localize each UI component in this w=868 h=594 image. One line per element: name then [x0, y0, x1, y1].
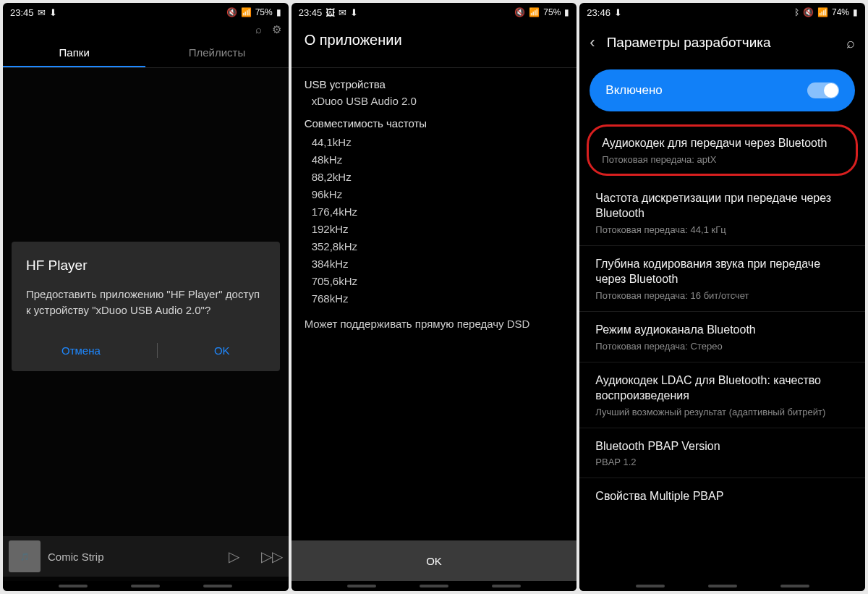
- battery-text: 75%: [255, 7, 273, 17]
- battery-text: 74%: [832, 7, 849, 17]
- dsd-note: Может поддерживать прямую передачу DSD: [305, 318, 564, 330]
- cancel-button[interactable]: Отмена: [47, 337, 115, 364]
- search-icon[interactable]: ⌕: [255, 23, 262, 36]
- phone-left: 23:45 ✉ ⬇ 🔇 📶 75% ▮ ⌕ ⚙ Папки Плейлисты …: [3, 3, 289, 591]
- tab-folders[interactable]: Папки: [3, 41, 145, 67]
- freq-item: 384kHz: [312, 255, 564, 273]
- setting-title: Аудиокодек для передачи через Bluetooth: [602, 135, 843, 151]
- dialog-title: HF Player: [26, 258, 265, 273]
- setting-subtitle: Потоковая передача: Стерео: [595, 341, 849, 352]
- notification-icon: ✉: [38, 7, 46, 18]
- usb-devices-label: USB устройства: [305, 78, 564, 90]
- setting-bt-bit-depth[interactable]: Глубина кодирования звука при передаче ч…: [579, 246, 865, 312]
- back-icon[interactable]: ‹: [590, 33, 595, 52]
- button-separator: [157, 343, 158, 358]
- freq-item: 176,4kHz: [312, 203, 564, 221]
- setting-title: Глубина кодирования звука при передаче ч…: [595, 256, 849, 287]
- freq-item: 44,1kHz: [312, 134, 564, 151]
- nav-recents[interactable]: [347, 585, 376, 587]
- settings-list: Аудиокодек для передачи через Bluetooth …: [579, 124, 865, 581]
- ok-button[interactable]: OK: [292, 540, 577, 581]
- freq-item: 96kHz: [312, 186, 564, 203]
- setting-title: Частота дискретизации при передаче через…: [595, 190, 849, 221]
- setting-title: Bluetooth PBAP Version: [595, 438, 849, 454]
- nav-recents[interactable]: [59, 585, 88, 587]
- album-art: 🎵: [9, 540, 41, 572]
- next-icon[interactable]: ▷▷: [261, 548, 283, 565]
- freq-item: 192kHz: [312, 221, 564, 238]
- status-bar: 23:46 ⬇ ᛒ 🔇 📶 74% ▮: [579, 3, 865, 20]
- battery-text: 75%: [543, 7, 561, 17]
- battery-icon: ▮: [564, 7, 569, 17]
- nav-recents[interactable]: [636, 585, 665, 587]
- now-playing-bar[interactable]: 🎵 Comic Strip ▷ ▷▷: [3, 536, 289, 577]
- battery-icon: ▮: [853, 7, 858, 17]
- status-bar: 23:45 ✉ ⬇ 🔇 📶 75% ▮: [3, 3, 289, 20]
- phone-right: 23:46 ⬇ ᛒ 🔇 📶 74% ▮ ‹ Параметры разработ…: [579, 3, 865, 591]
- setting-bt-sample-rate[interactable]: Частота дискретизации при передаче через…: [579, 180, 865, 246]
- nav-back[interactable]: [492, 585, 521, 587]
- master-toggle-label: Включено: [605, 83, 662, 98]
- permission-dialog: HF Player Предоставить приложению "HF Pl…: [12, 242, 280, 371]
- setting-bt-channel-mode[interactable]: Режим аудиоканала Bluetooth Потоковая пе…: [579, 312, 865, 362]
- setting-pbap-version[interactable]: Bluetooth PBAP Version PBAP 1.2: [579, 428, 865, 479]
- freq-item: 352,8kHz: [312, 238, 564, 255]
- freq-item: 768kHz: [312, 290, 564, 307]
- battery-icon: ▮: [276, 7, 281, 17]
- switch-icon[interactable]: [807, 82, 839, 98]
- setting-multiple-pbap[interactable]: Свойства Multiple PBAP: [579, 478, 865, 517]
- setting-ldac-quality[interactable]: Аудиокодек LDAC для Bluetooth: качество …: [579, 362, 865, 428]
- setting-title: Свойства Multiple PBAP: [595, 488, 849, 504]
- setting-subtitle: Потоковая передача: 44,1 кГц: [595, 224, 849, 235]
- wifi-icon: 📶: [241, 7, 252, 17]
- freq-item: 48kHz: [312, 151, 564, 169]
- notification-icon: ✉: [339, 7, 346, 18]
- notification-icon: ⬇: [49, 7, 57, 18]
- notification-icon: ⬇: [350, 7, 358, 18]
- bluetooth-icon: ᛒ: [794, 7, 799, 17]
- setting-bt-audio-codec[interactable]: Аудиокодек для передачи через Bluetooth …: [587, 124, 858, 176]
- setting-title: Аудиокодек LDAC для Bluetooth: качество …: [595, 373, 849, 404]
- tab-playlists[interactable]: Плейлисты: [145, 41, 288, 67]
- notification-icon: 🖼: [326, 7, 335, 18]
- settings-icon[interactable]: ⚙: [272, 23, 281, 36]
- player-body: HF Player Предоставить приложению "HF Pl…: [3, 68, 289, 581]
- mute-icon: 🔇: [514, 7, 525, 17]
- page-title: Параметры разработчика: [607, 35, 835, 51]
- setting-subtitle: PBAP 1.2: [595, 457, 849, 467]
- notification-icon: ⬇: [614, 7, 622, 18]
- clock: 23:46: [587, 7, 610, 18]
- track-title: Comic Strip: [48, 551, 104, 563]
- usb-device-value: xDuoo USB Audio 2.0: [305, 95, 564, 107]
- nav-home[interactable]: [708, 585, 737, 587]
- settings-header: ‹ Параметры разработчика ⌕: [579, 20, 865, 65]
- player-tabs: ⌕ ⚙ Папки Плейлисты: [3, 20, 289, 68]
- nav-home[interactable]: [420, 585, 448, 587]
- ok-button[interactable]: OK: [200, 337, 244, 364]
- phone-middle: 23:45 🖼 ✉ ⬇ 🔇 📶 75% ▮ О приложении USB у…: [292, 3, 577, 591]
- setting-subtitle: Потоковая передача: aptX: [602, 154, 843, 165]
- nav-bar: [3, 581, 289, 591]
- nav-home[interactable]: [131, 585, 160, 587]
- setting-subtitle: Лучший возможный результат (адаптивный б…: [595, 407, 849, 417]
- wifi-icon: 📶: [817, 7, 828, 17]
- nav-bar: [579, 581, 865, 591]
- mute-icon: 🔇: [803, 7, 814, 17]
- search-icon[interactable]: ⌕: [846, 35, 855, 51]
- wifi-icon: 📶: [529, 7, 540, 17]
- status-bar: 23:45 🖼 ✉ ⬇ 🔇 📶 75% ▮: [292, 3, 577, 20]
- clock: 23:45: [299, 7, 323, 18]
- nav-back[interactable]: [780, 585, 809, 587]
- dialog-message: Предоставить приложению "HF Player" дост…: [26, 287, 265, 318]
- about-body: USB устройства xDuoo USB Audio 2.0 Совме…: [292, 68, 577, 540]
- setting-subtitle: Потоковая передача: 16 бит/отсчет: [595, 290, 849, 301]
- master-toggle[interactable]: Включено: [590, 69, 855, 111]
- frequency-list: 44,1kHz 48kHz 88,2kHz 96kHz 176,4kHz 192…: [305, 134, 564, 307]
- nav-bar: [292, 581, 577, 591]
- nav-back[interactable]: [203, 585, 232, 587]
- about-title: О приложении: [292, 20, 577, 68]
- play-icon[interactable]: ▷: [229, 548, 239, 565]
- mute-icon: 🔇: [226, 7, 237, 17]
- setting-title: Режим аудиоканала Bluetooth: [595, 322, 849, 338]
- freq-item: 88,2kHz: [312, 169, 564, 186]
